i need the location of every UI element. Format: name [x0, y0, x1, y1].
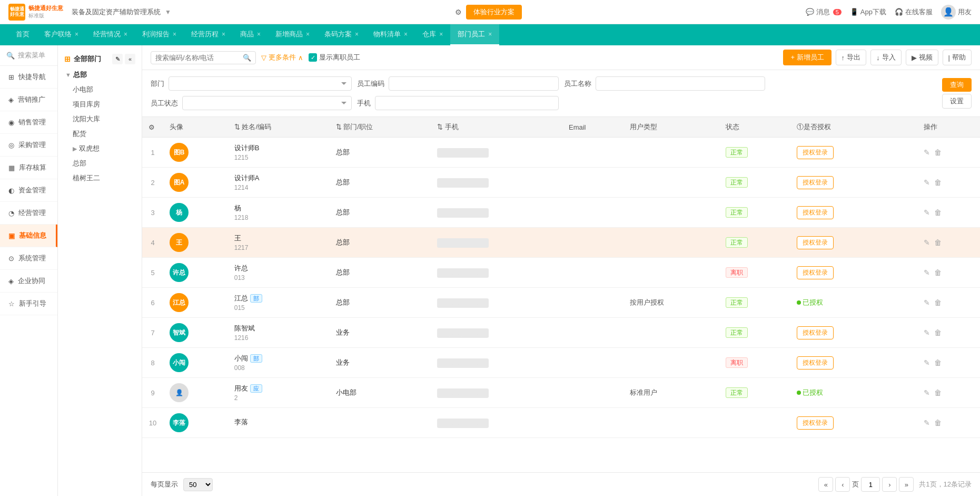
- sidebar-item-enterprise[interactable]: ◈ 企业协同: [0, 270, 57, 293]
- user-menu[interactable]: 👤 用友: [941, 5, 972, 20]
- delete-icon[interactable]: 🗑: [934, 148, 942, 157]
- tab-profit-close[interactable]: ×: [173, 31, 176, 38]
- edit-icon[interactable]: ✎: [924, 148, 930, 157]
- edit-icon[interactable]: ✎: [924, 178, 930, 187]
- first-page-btn[interactable]: «: [818, 477, 833, 492]
- search-icon[interactable]: 🔍: [243, 54, 251, 62]
- view-btn[interactable]: ▶ 视频: [906, 50, 938, 65]
- auth-btn[interactable]: 授权登录: [797, 356, 834, 369]
- tab-customer-close[interactable]: ×: [75, 31, 78, 38]
- col-dept[interactable]: ⇅ 部门/职位: [330, 117, 431, 138]
- filter-status-select[interactable]: [182, 96, 352, 110]
- tab-barcode[interactable]: 条码方案 ×: [317, 24, 366, 45]
- dept-collapse-icon[interactable]: «: [125, 54, 135, 64]
- edit-icon[interactable]: ✎: [924, 208, 930, 217]
- edit-icon[interactable]: ✎: [924, 358, 930, 367]
- delete-icon[interactable]: 🗑: [934, 419, 942, 427]
- import-btn[interactable]: ↓ 导入: [870, 50, 902, 65]
- edit-icon[interactable]: ✎: [924, 328, 930, 337]
- tab-operation-close[interactable]: ×: [124, 31, 127, 38]
- tab-bom[interactable]: 物料清单 ×: [366, 24, 415, 45]
- edit-icon[interactable]: ✎: [924, 298, 930, 307]
- tab-department[interactable]: 部门员工 ×: [450, 24, 499, 45]
- sidebar-item-basics[interactable]: ▣ 基础信息: [0, 225, 57, 247]
- next-page-btn[interactable]: ›: [882, 477, 897, 492]
- tab-goods[interactable]: 商品 ×: [233, 24, 268, 45]
- delete-icon[interactable]: 🗑: [934, 358, 942, 367]
- dept-edit-icon[interactable]: ✎: [112, 54, 123, 64]
- col-phone[interactable]: ⇅ 手机: [431, 117, 562, 138]
- tab-department-close[interactable]: ×: [488, 31, 492, 38]
- tab-warehouse[interactable]: 仓库 ×: [415, 24, 450, 45]
- more-filter-btn[interactable]: ▽ 更多条件 ∧: [261, 53, 303, 62]
- resigned-checkbox[interactable]: ✓: [309, 53, 317, 62]
- filter-phone-input[interactable]: [375, 96, 558, 110]
- sidebar-item-guide[interactable]: ☆ 新手引导: [0, 293, 57, 315]
- sidebar-item-capital[interactable]: ◐ 资金管理: [0, 179, 57, 202]
- delete-icon[interactable]: 🗑: [934, 238, 942, 247]
- last-page-btn[interactable]: »: [899, 477, 914, 492]
- tab-customer[interactable]: 客户联络 ×: [37, 24, 86, 45]
- tab-bom-close[interactable]: ×: [404, 31, 408, 38]
- sidebar-item-sales[interactable]: ◉ 销售管理: [0, 111, 57, 134]
- online-service-btn[interactable]: 🎧 在线客服: [895, 7, 933, 17]
- col-settings[interactable]: ⚙: [142, 117, 163, 138]
- auth-btn[interactable]: 授权登录: [797, 176, 834, 189]
- export-btn[interactable]: ↑ 导出: [836, 50, 867, 65]
- dropdown-arrow-title[interactable]: ▼: [165, 8, 171, 16]
- delete-icon[interactable]: 🗑: [934, 178, 942, 187]
- tab-history-close[interactable]: ×: [222, 31, 225, 38]
- query-btn[interactable]: 查询: [942, 78, 972, 92]
- tab-warehouse-close[interactable]: ×: [439, 31, 443, 38]
- auth-btn[interactable]: 授权登录: [797, 146, 834, 159]
- search-input[interactable]: [155, 54, 241, 62]
- col-name[interactable]: ⇅ 姓名/编码: [228, 117, 330, 138]
- dept-item-distribution[interactable]: 配货: [58, 127, 142, 141]
- page-input[interactable]: [861, 477, 880, 492]
- delete-icon[interactable]: 🗑: [934, 208, 942, 217]
- delete-icon[interactable]: 🗑: [934, 268, 942, 277]
- tab-history[interactable]: 经营历程 ×: [184, 24, 233, 45]
- tab-home[interactable]: 首页: [8, 24, 37, 45]
- auth-btn[interactable]: 授权登录: [797, 206, 834, 219]
- edit-icon[interactable]: ✎: [924, 388, 930, 397]
- sidebar-item-quick-nav[interactable]: ⊞ 快捷导航: [0, 66, 57, 89]
- sidebar-item-inventory[interactable]: ▦ 库存核算: [0, 157, 57, 179]
- dept-item-small-elec[interactable]: 小电部: [58, 82, 142, 97]
- show-resigned-toggle[interactable]: ✓ 显示离职员工: [309, 53, 360, 62]
- edit-icon[interactable]: ✎: [924, 238, 930, 247]
- auth-btn[interactable]: 授权登录: [797, 266, 834, 279]
- edit-icon[interactable]: ✎: [924, 268, 930, 277]
- dept-item-shenyang[interactable]: 沈阳大库: [58, 112, 142, 127]
- tab-barcode-close[interactable]: ×: [355, 31, 359, 38]
- edit-icon[interactable]: ✎: [924, 419, 930, 427]
- filter-dept-select[interactable]: [169, 76, 352, 91]
- reset-btn[interactable]: 设置: [942, 94, 972, 109]
- tab-operation[interactable]: 经营情况 ×: [86, 24, 135, 45]
- sidebar-item-operation[interactable]: ◔ 经营管理: [0, 202, 57, 225]
- prev-page-btn[interactable]: ‹: [835, 477, 850, 492]
- message-btn[interactable]: 💬 消息 5: [806, 7, 842, 17]
- auth-btn[interactable]: 授权登录: [797, 326, 834, 339]
- try-btn[interactable]: 体验行业方案: [466, 5, 522, 20]
- sidebar-item-purchase[interactable]: ◎ 采购管理: [0, 134, 57, 157]
- help-btn[interactable]: | 帮助: [943, 50, 972, 65]
- add-employee-btn[interactable]: + 新增员工: [783, 50, 831, 65]
- tab-profit[interactable]: 利润报告 ×: [135, 24, 184, 45]
- delete-icon[interactable]: 🗑: [934, 328, 942, 337]
- sidebar-item-system[interactable]: ⊙ 系统管理: [0, 247, 57, 270]
- auth-btn[interactable]: 授权登录: [797, 236, 834, 249]
- dept-item-zongbu[interactable]: 总部: [58, 156, 142, 171]
- page-size-select[interactable]: 50 100: [183, 478, 213, 491]
- filter-name-input[interactable]: [596, 76, 765, 91]
- tab-new-goods[interactable]: 新增商品 ×: [268, 24, 317, 45]
- delete-icon[interactable]: 🗑: [934, 388, 942, 397]
- dept-item-zhishu[interactable]: 植树王二: [58, 171, 142, 186]
- auth-btn[interactable]: 授权登录: [797, 416, 834, 430]
- delete-icon[interactable]: 🗑: [934, 298, 942, 307]
- filter-code-input[interactable]: [389, 76, 558, 91]
- dept-item-project-storage[interactable]: 项目库房: [58, 97, 142, 112]
- tab-goods-close[interactable]: ×: [257, 31, 261, 38]
- app-download-btn[interactable]: 📱 App下载: [850, 7, 886, 17]
- sidebar-item-marketing[interactable]: ◈ 营销推广: [0, 89, 57, 111]
